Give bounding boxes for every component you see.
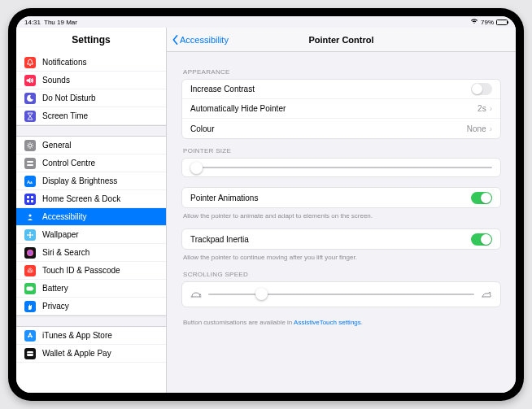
battery-icon	[496, 20, 508, 25]
back-label: Accessibility	[180, 35, 229, 45]
sidebar-item-label: Screen Time	[42, 111, 88, 120]
trackpad-inertia-switch[interactable]	[471, 233, 492, 246]
sidebar-item-label: Battery	[42, 284, 68, 293]
svg-rect-5	[27, 196, 29, 198]
sidebar-item-general[interactable]: General	[16, 137, 166, 154]
wallet-icon	[24, 348, 36, 359]
svg-point-14	[32, 233, 33, 235]
svg-point-10	[29, 233, 32, 236]
svg-rect-7	[27, 200, 29, 202]
sidebar-item-touch-id-passcode[interactable]: Touch ID & Passcode	[16, 262, 166, 280]
appearance-header: APPEARANCE	[183, 68, 501, 76]
sidebar-item-itunes-app-store[interactable]: iTunes & App Store	[16, 327, 166, 345]
svg-rect-6	[31, 196, 33, 198]
svg-rect-19	[27, 353, 33, 354]
svg-point-0	[28, 144, 32, 147]
battery-icon	[24, 283, 36, 294]
trackpad-inertia-note: Allow the pointer to continue moving aft…	[183, 254, 499, 262]
fingerprint-icon	[24, 265, 36, 276]
pointer-animations-label: Pointer Animations	[190, 194, 471, 202]
sidebar-item-label: Touch ID & Passcode	[42, 266, 120, 275]
colour-value: None	[467, 124, 486, 133]
main-panel: Accessibility Pointer Control APPEARANCE…	[167, 28, 516, 393]
pointer-animations-switch[interactable]	[471, 192, 492, 204]
sidebar-item-accessibility[interactable]: Accessibility	[16, 208, 166, 226]
hare-icon	[481, 290, 492, 298]
sidebar-item-home-screen-dock[interactable]: Home Screen & Dock	[16, 190, 166, 208]
svg-text:A: A	[30, 181, 33, 185]
hourglass-icon	[24, 111, 36, 122]
svg-rect-1	[27, 161, 33, 163]
chevron-right-icon: ›	[490, 104, 492, 113]
battery-pct: 79%	[481, 19, 494, 26]
auto-hide-row[interactable]: Automatically Hide Pointer 2s ›	[182, 99, 500, 119]
flower-icon	[24, 229, 36, 241]
auto-hide-value: 2s	[477, 104, 486, 113]
sidebar-item-do-not-disturb[interactable]: Do Not Disturb	[16, 89, 166, 107]
appstore-icon	[24, 330, 36, 342]
wifi-icon	[470, 18, 478, 26]
assistivetouch-link[interactable]: AssistiveTouch settings	[294, 319, 361, 326]
sidebar-item-label: General	[42, 141, 72, 150]
moon-icon	[24, 93, 36, 104]
sidebar-item-label: Do Not Disturb	[42, 94, 96, 102]
pointer-animations-row[interactable]: Pointer Animations	[182, 188, 500, 207]
sidebar-item-label: Display & Brightness	[42, 176, 117, 185]
status-time: 14:31	[24, 19, 41, 26]
svg-rect-2	[27, 164, 33, 166]
status-date: Thu 19 Mar	[44, 19, 77, 26]
sidebar-item-wallpaper[interactable]: Wallpaper	[16, 226, 166, 244]
trackpad-inertia-row[interactable]: Trackpad Inertia	[182, 229, 500, 249]
increase-contrast-row[interactable]: Increase Contrast	[182, 80, 500, 99]
sidebar-item-label: Sounds	[42, 76, 70, 85]
sidebar-item-screen-time[interactable]: Screen Time	[16, 107, 166, 125]
scrolling-speed-header: SCROLLING SPEED	[183, 271, 501, 278]
svg-rect-16	[27, 287, 33, 290]
footer-note: Button customisations are available in A…	[183, 319, 499, 327]
sidebar-item-label: Notifications	[42, 58, 86, 67]
svg-point-9	[28, 214, 31, 216]
bell-icon	[24, 57, 36, 68]
sidebar-item-wallet-apple-pay[interactable]: Wallet & Apple Pay	[16, 345, 166, 363]
ipad-frame: 14:31 Thu 19 Mar 79% Settings Notificati…	[8, 8, 524, 401]
svg-point-13	[27, 233, 28, 235]
gear-icon	[24, 140, 36, 151]
svg-point-11	[29, 232, 31, 233]
sidebar-item-label: Siri & Search	[42, 248, 89, 257]
colour-label: Colour	[190, 124, 467, 133]
page-title: Pointer Control	[308, 35, 373, 45]
sidebar-item-control-centre[interactable]: Control Centre	[16, 154, 166, 172]
pointer-size-header: POINTER SIZE	[183, 147, 501, 154]
sidebar-item-privacy[interactable]: Privacy	[16, 298, 166, 315]
trackpad-inertia-label: Trackpad Inertia	[190, 235, 471, 244]
scrolling-speed-slider[interactable]	[181, 281, 501, 307]
sidebar-item-battery[interactable]: Battery	[16, 280, 166, 298]
svg-rect-17	[33, 288, 33, 289]
sidebar-item-label: Accessibility	[42, 212, 86, 221]
back-button[interactable]: Accessibility	[167, 35, 229, 45]
colour-row[interactable]: Colour None ›	[182, 119, 500, 138]
sidebar-item-label: Home Screen & Dock	[42, 194, 120, 203]
sidebar-item-siri-search[interactable]: Siri & Search	[16, 244, 166, 262]
pointer-size-slider[interactable]	[181, 158, 501, 177]
hand-icon	[24, 301, 36, 312]
footer-prefix: Button customisations are available in	[183, 319, 294, 326]
main-header: Accessibility Pointer Control	[167, 28, 516, 52]
svg-point-15	[27, 250, 33, 256]
speaker-icon	[24, 75, 36, 86]
textsize-icon: AA	[24, 176, 36, 187]
switches-icon	[24, 158, 36, 169]
pointer-animations-note: Allow the pointer to animate and adapt t…	[183, 212, 499, 220]
svg-rect-8	[31, 200, 33, 202]
grid-icon	[24, 194, 36, 205]
status-bar: 14:31 Thu 19 Mar 79%	[16, 16, 516, 28]
sidebar-item-notifications[interactable]: Notifications	[16, 54, 166, 72]
sidebar-item-label: iTunes & App Store	[42, 331, 112, 340]
screen: 14:31 Thu 19 Mar 79% Settings Notificati…	[16, 16, 516, 393]
tortoise-icon	[190, 290, 202, 298]
sidebar-item-display-brightness[interactable]: AADisplay & Brightness	[16, 172, 166, 190]
svg-point-12	[29, 236, 31, 237]
sidebar-item-sounds[interactable]: Sounds	[16, 72, 166, 89]
sidebar-item-label: Control Centre	[42, 159, 95, 168]
increase-contrast-switch[interactable]	[471, 83, 492, 95]
